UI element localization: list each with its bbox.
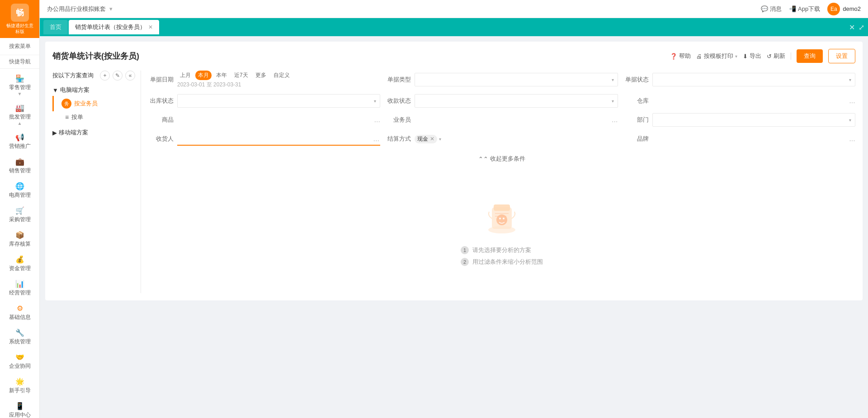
date-picker-wrapper: 上月 本月 本年 近7天 更多 自定义 2023-03-01 至 2023-03… <box>177 71 380 89</box>
add-scheme-button[interactable]: + <box>100 71 110 81</box>
date-tab-custom[interactable]: 自定义 <box>271 71 292 80</box>
content-layout: 按以下方案查询 + ✎ « <box>52 71 855 293</box>
edit-scheme-button[interactable]: ✎ <box>113 71 123 81</box>
sidebar-item-inventory[interactable]: 📦 库存核算 <box>0 227 39 252</box>
receiver-input-wrapper: … <box>177 132 380 146</box>
settlement-tag: 现金 ✕ <box>415 135 437 143</box>
query-button[interactable]: 查询 <box>797 49 823 63</box>
search-menu-label[interactable]: 搜索菜单 <box>9 43 31 50</box>
tip-text-1: 请先选择要分析的方案 <box>472 246 531 254</box>
receiver-dots-icon[interactable]: … <box>373 135 379 142</box>
sidebar-item-sales[interactable]: 💼 销售管理 <box>0 154 39 178</box>
scheme-salesperson-label: 按业务员 <box>74 100 98 108</box>
retail-icon: 🏪 <box>15 74 24 83</box>
warehouse-label: 仓库 <box>623 97 649 105</box>
app-title-dropdown[interactable]: ▾ <box>109 5 113 12</box>
logo-area[interactable]: 畅 畅捷通好生意标版 <box>0 0 39 38</box>
export-button[interactable]: ⬇ 导出 <box>743 52 761 60</box>
message-icon: 💬 <box>761 5 768 12</box>
mobile-scheme-title[interactable]: ▶ 移动端方案 <box>52 127 135 138</box>
sidebar-item-enterprise[interactable]: 🤝 企业协同 <box>0 349 39 374</box>
date-tab-thisyear[interactable]: 本年 <box>213 71 230 80</box>
date-tab-7days[interactable]: 近7天 <box>231 71 251 80</box>
user-name: demo2 <box>843 5 861 12</box>
app-download-action[interactable]: 📲 App下载 <box>789 5 820 13</box>
mobile-scheme-label: 移动端方案 <box>59 128 88 137</box>
sidebar-item-purchase[interactable]: 🛒 采购管理 <box>0 203 39 227</box>
tab-home[interactable]: 首页 <box>43 20 68 34</box>
user-area[interactable]: Ea demo2 <box>827 3 861 15</box>
tab-close-window-icon[interactable]: ✕ <box>849 23 855 32</box>
collapse-panel-icon: « <box>129 72 132 79</box>
collapse-panel-button[interactable]: « <box>125 71 135 81</box>
appcenter-icon: 📱 <box>15 402 24 410</box>
brand-dots[interactable]: … <box>849 135 855 142</box>
doctype-label: 单据类型 <box>386 76 411 84</box>
collapse-button[interactable]: ⌃⌃ 收起更多条件 <box>148 151 855 166</box>
filter-goods-field: 商品 … <box>148 116 380 124</box>
quicknav-label[interactable]: 快捷导航 <box>9 58 31 66</box>
refresh-button[interactable]: ↺ 刷新 <box>767 52 785 60</box>
message-action[interactable]: 💬 消息 <box>761 5 782 13</box>
sales-icon: 💼 <box>15 157 24 166</box>
sidebar-item-newbie[interactable]: 🌟 新手引导 <box>0 374 39 398</box>
help-icon: ❓ <box>670 53 677 60</box>
salesperson-label: 业务员 <box>386 116 411 124</box>
print-button[interactable]: 🖨 按模板打印 ▾ <box>696 52 737 60</box>
scheme-item-salesperson[interactable]: 务 按业务员 <box>52 96 135 111</box>
system-icon: 🔧 <box>15 328 24 337</box>
newbie-icon: 🌟 <box>15 377 24 386</box>
page-title: 销货单统计表(按业务员) <box>52 51 139 62</box>
sidebar-item-finance[interactable]: 💰 资金管理 <box>0 252 39 276</box>
sidebar-item-ecom[interactable]: 🌐 电商管理 <box>0 178 39 203</box>
empty-illustration <box>479 194 524 239</box>
brand-input-wrapper: … <box>652 135 855 142</box>
sidebar-search-section[interactable]: 搜索菜单 <box>0 38 39 55</box>
edit-scheme-icon: ✎ <box>115 72 120 79</box>
scheme-item-byorder[interactable]: ≡ 按单 <box>52 111 135 123</box>
docstatus-arrow-icon: ▾ <box>849 77 851 82</box>
collection-label: 收款状态 <box>386 97 411 105</box>
doctype-select[interactable]: ▾ <box>415 73 618 86</box>
filter-row-3: 商品 … 业务员 … 部门 <box>148 113 855 127</box>
date-tab-lastmonth[interactable]: 上月 <box>177 71 193 80</box>
sidebar-item-operation[interactable]: 📊 经营管理 <box>0 276 39 300</box>
svg-point-4 <box>499 218 501 219</box>
tab-sales-report[interactable]: 销货单统计表（按业务员） ✕ <box>69 20 159 34</box>
desktop-scheme-title[interactable]: ▼ 电脑端方案 <box>52 84 135 96</box>
chevron-up-icon: ⌃⌃ <box>478 156 488 162</box>
goods-dots[interactable]: … <box>374 116 380 124</box>
wholesale-icon: 🏭 <box>15 104 24 112</box>
sidebar-item-retail[interactable]: 🏪 零售管理 ▼ <box>0 71 39 100</box>
warehouse-dots[interactable]: … <box>849 97 855 104</box>
docstatus-select[interactable]: ▾ <box>652 73 855 86</box>
collection-select[interactable]: ▾ <box>415 94 618 108</box>
salesperson-dots[interactable]: … <box>612 116 618 124</box>
sidebar-quicknav-section[interactable]: 快捷导航 <box>0 55 39 69</box>
receiver-input[interactable] <box>177 132 380 146</box>
department-select[interactable]: ▾ <box>652 113 855 127</box>
sidebar: 畅 畅捷通好生意标版 搜索菜单 快捷导航 🏪 零售管理 ▼ 🏭 批发管理 ▲ 📢… <box>0 0 40 418</box>
outstatus-select[interactable]: ▾ <box>177 94 380 108</box>
topbar: 办公用品行业模拟账套 ▾ 💬 消息 📲 App下载 Ea demo2 <box>40 0 868 18</box>
sidebar-item-system[interactable]: 🔧 系统管理 <box>0 325 39 349</box>
sidebar-item-wholesale[interactable]: 🏭 批发管理 ▲ <box>0 100 39 129</box>
sidebar-item-marketing[interactable]: 📢 营销推广 <box>0 129 39 154</box>
settlement-label: 结算方式 <box>386 135 411 143</box>
settlement-clear-icon[interactable]: ✕ <box>430 136 434 142</box>
help-button[interactable]: ❓ 帮助 <box>670 52 691 60</box>
main-area: 办公用品行业模拟账套 ▾ 💬 消息 📲 App下载 Ea demo2 首页 销货… <box>40 0 868 418</box>
sidebar-item-appcenter[interactable]: 📱 应用中心 <box>0 398 39 418</box>
date-tab-more[interactable]: 更多 <box>253 71 269 80</box>
tab-maximize-icon[interactable]: ⤢ <box>859 23 864 32</box>
chevron-down-icon: ▼ <box>52 87 58 94</box>
refresh-icon: ↺ <box>767 53 772 60</box>
settlement-arrow-icon[interactable]: ▾ <box>439 137 441 142</box>
tab-close-icon[interactable]: ✕ <box>148 24 153 30</box>
date-tab-thismonth[interactable]: 本月 <box>195 71 212 80</box>
filter-docstatus-field: 单据状态 ▾ <box>623 73 855 86</box>
sidebar-item-basic[interactable]: ⚙ 基础信息 <box>0 300 39 325</box>
sidebar-item-inventory-label: 库存核算 <box>9 240 31 248</box>
print-label: 按模板打印 <box>704 52 733 60</box>
settings-button[interactable]: 设置 <box>828 49 855 63</box>
